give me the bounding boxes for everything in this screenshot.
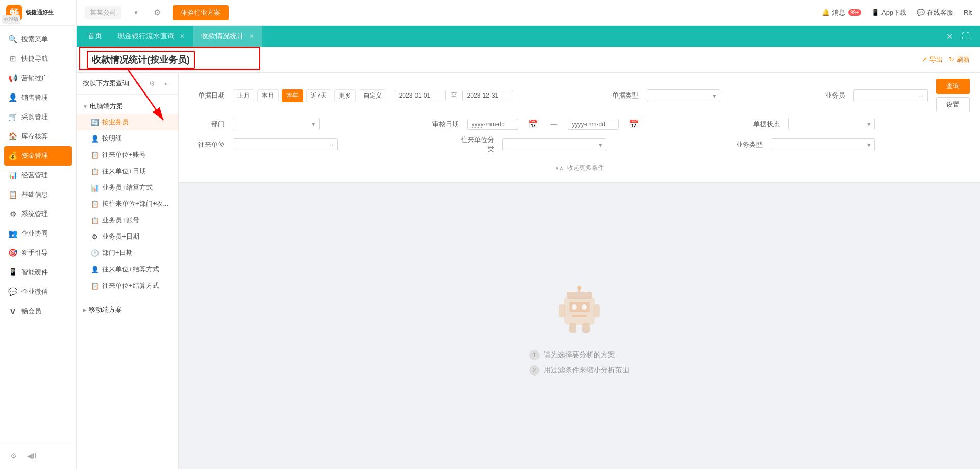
- biz-type-field: ▾: [771, 138, 875, 151]
- tab-bank-flow-close[interactable]: ✕: [180, 33, 185, 40]
- tab-home[interactable]: 首页: [81, 26, 109, 47]
- plan-item-partner-settle1[interactable]: 👤 往来单位+结算方式: [77, 261, 178, 277]
- header-actions: 🔔 消息 99+ 📱 App下载 💬 在线客服 Rit: [822, 8, 972, 17]
- sidebar-item-marketing[interactable]: 📢 营销推广: [0, 68, 76, 88]
- window-maximize-btn[interactable]: ⛶: [960, 30, 972, 42]
- salesperson-input[interactable]: [854, 90, 914, 102]
- svg-rect-4: [572, 315, 587, 317]
- basic-info-icon: 📋: [8, 190, 17, 199]
- notifications-btn[interactable]: 🔔 消息 99+: [822, 8, 861, 17]
- sidebar-item-wechat[interactable]: 💬 企业微信: [0, 282, 76, 301]
- filter-row-3: 往来单位 ··· 往来单位分类 ▾: [189, 135, 970, 154]
- date-btn-this-year[interactable]: 本年: [282, 89, 303, 102]
- svg-rect-10: [569, 323, 576, 333]
- export-btn[interactable]: ↗ 导出: [922, 55, 943, 64]
- vip-icon: V: [8, 307, 17, 316]
- export-icon: ↗: [922, 56, 927, 63]
- sidebar-settings-btn[interactable]: ⚙: [6, 449, 20, 463]
- sidebar-item-purchase[interactable]: 🛒 采购管理: [0, 107, 76, 127]
- filter-settings-btn[interactable]: 设置: [936, 97, 970, 112]
- trial-btn[interactable]: 体验行业方案: [173, 5, 229, 20]
- plan-settings-btn[interactable]: ⚙: [146, 78, 158, 89]
- sidebar-item-guide[interactable]: 🎯 新手引导: [0, 243, 76, 263]
- query-btn[interactable]: 查询: [936, 79, 970, 94]
- content-body: 按以下方案查询 + ⚙ « ▼ 电脑端方案 🔄 按业务员: [77, 73, 980, 469]
- dept-select[interactable]: [233, 118, 320, 130]
- sidebar-item-inventory[interactable]: 🏠 库存核算: [0, 127, 76, 146]
- logo-text: 畅捷通好生: [26, 9, 54, 16]
- doc-status-select[interactable]: [788, 118, 875, 130]
- sidebar-item-vip[interactable]: V 畅会员: [0, 301, 76, 321]
- user-name[interactable]: Rit: [964, 9, 972, 16]
- sidebar-item-finance[interactable]: 💰 资金管理: [4, 146, 72, 166]
- plan-item-partner-settle2[interactable]: 📋 往来单位+结算方式: [77, 277, 178, 294]
- sidebar-item-smart-hw[interactable]: 📱 智能硬件: [0, 263, 76, 282]
- finance-icon: 💰: [8, 151, 17, 160]
- window-close-btn[interactable]: ✕: [943, 30, 955, 42]
- page-title: 收款情况统计(按业务员): [87, 51, 195, 69]
- desktop-plans-header[interactable]: ▼ 电脑端方案: [77, 99, 178, 114]
- add-plan-btn[interactable]: +: [132, 78, 143, 89]
- plan-item-by-detail[interactable]: 👤 按明细: [77, 130, 178, 147]
- svg-point-3: [582, 304, 587, 310]
- date-btn-custom[interactable]: 自定义: [359, 89, 386, 102]
- app-download-btn[interactable]: 📱 App下载: [871, 8, 906, 17]
- plan-item-by-salesperson[interactable]: 🔄 按业务员: [77, 114, 178, 130]
- service-icon: 💬: [917, 9, 925, 16]
- biz-type-label: 业务类型: [727, 140, 763, 149]
- collapse-panel-btn[interactable]: «: [161, 78, 172, 89]
- edition-badge: 标准版: [2, 15, 20, 24]
- plan-item-salesperson-date[interactable]: ⚙ 业务员+日期: [77, 228, 178, 245]
- salesperson-more-btn[interactable]: ···: [914, 92, 927, 99]
- sidebar-item-quick-nav[interactable]: ⊞ 快捷导航: [0, 49, 76, 68]
- svg-rect-8: [559, 304, 565, 317]
- empty-steps: 1 请先选择要分析的方案 2 用过滤条件来缩小分析范围: [529, 350, 629, 376]
- search-menu-icon: 🔍: [8, 35, 17, 44]
- date-from-input[interactable]: [395, 90, 446, 101]
- tab-bank-flow[interactable]: 现金银行流水查询 ✕: [109, 26, 193, 47]
- plan-dept-date-icon: 🕐: [91, 249, 99, 257]
- review-date-to-input[interactable]: [568, 119, 619, 130]
- doc-type-select[interactable]: [647, 89, 720, 102]
- plan-item-dept-date[interactable]: 🕐 部门+日期: [77, 245, 178, 261]
- sidebar-item-system[interactable]: ⚙ 系统管理: [0, 204, 76, 224]
- tab-collection-stats-close[interactable]: ✕: [249, 33, 254, 40]
- header-gear-btn[interactable]: ⚙: [150, 6, 164, 20]
- mobile-plans-header[interactable]: ▶ 移动端方案: [77, 302, 178, 317]
- partner-input[interactable]: [233, 139, 324, 151]
- sidebar-item-operations[interactable]: 📊 经营管理: [0, 166, 76, 185]
- salesperson-label: 业务员: [810, 91, 845, 100]
- date-btn-this-month[interactable]: 本月: [257, 89, 279, 102]
- biz-type-select[interactable]: [771, 138, 875, 151]
- header-dropdown-btn[interactable]: ▾: [130, 7, 142, 19]
- online-service-btn[interactable]: 💬 在线客服: [917, 8, 953, 17]
- sales-icon: 👤: [8, 93, 17, 102]
- sidebar-collapse-btn[interactable]: ◀II: [24, 449, 39, 463]
- review-date-from-input[interactable]: [467, 119, 518, 130]
- sidebar-item-enterprise[interactable]: 👥 企业协同: [0, 224, 76, 243]
- plan-item-partner-dept[interactable]: 📋 按往来单位+部门+收...: [77, 196, 178, 212]
- date-btn-last-month[interactable]: 上月: [233, 89, 254, 102]
- plan-item-partner-date[interactable]: 📋 往来单位+日期: [77, 163, 178, 179]
- review-date-separator: —: [551, 120, 557, 128]
- collapse-more-btn[interactable]: ∧∧ 收起更多条件: [189, 159, 970, 176]
- date-separator: 至: [451, 91, 457, 100]
- filter-area: 单据日期 上月 本月 本年 近7天 更多 自定义 至: [179, 73, 980, 183]
- plan-item-salesperson-settle[interactable]: 📊 业务员+结算方式: [77, 179, 178, 196]
- tab-collection-stats[interactable]: 收款情况统计 ✕: [193, 26, 262, 47]
- collapse-chevron-icon: ∧∧: [555, 165, 564, 172]
- sidebar-item-basic-info[interactable]: 📋 基础信息: [0, 185, 76, 204]
- plan-item-salesperson-account[interactable]: 📋 业务员+账号: [77, 212, 178, 228]
- date-to-input[interactable]: [462, 90, 513, 101]
- partner-more-btn[interactable]: ···: [324, 141, 337, 148]
- review-date-label: 审核日期: [423, 120, 459, 129]
- date-btn-last-7[interactable]: 近7天: [306, 89, 331, 102]
- empty-step-1: 1 请先选择要分析的方案: [529, 350, 629, 360]
- sidebar-item-search-menu[interactable]: 🔍 搜索菜单: [0, 30, 76, 49]
- date-btn-more[interactable]: 更多: [334, 89, 356, 102]
- partner-category-select[interactable]: [502, 138, 606, 151]
- sidebar-item-sales[interactable]: 👤 销售管理: [0, 88, 76, 107]
- refresh-btn[interactable]: ↻ 刷新: [949, 55, 970, 64]
- plan-detail-icon: 👤: [91, 134, 99, 143]
- plan-item-partner-account[interactable]: 📋 往来单位+账号: [77, 147, 178, 163]
